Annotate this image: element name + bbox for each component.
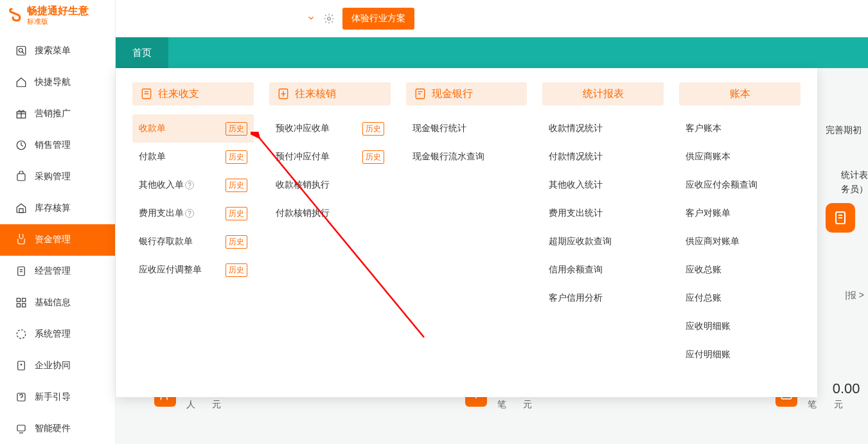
note-icon [15,360,27,371]
sidebar-item-label: 经营管理 [35,265,71,277]
topbar: 体验行业方案 [116,0,868,37]
svg-rect-8 [19,209,23,213]
mega-item-supplier-statement[interactable]: 供应商对账单 [679,227,801,256]
history-tag[interactable]: 历史 [362,122,384,136]
history-tag[interactable]: 历史 [226,235,247,249]
mega-item-credit-analysis[interactable]: 客户信用分析 [542,284,664,312]
sidebar-item-label: 基础信息 [35,297,71,308]
sidebar-item-collab[interactable]: 企业协同 [0,350,115,382]
floating-action-button[interactable] [826,203,855,233]
clipped-text-2[interactable]: |报 > [845,290,864,301]
mega-col-header: 往来核销 [269,82,391,105]
history-tag[interactable]: 历史 [226,122,247,136]
svg-rect-15 [22,304,26,307]
brand-logo-icon [8,8,23,23]
sidebar-item-label: 资金管理 [35,234,71,245]
mega-item-cashbank-flow[interactable]: 现金银行流水查询 [406,143,527,171]
history-tag[interactable]: 历史 [226,207,247,220]
mega-item-otherincome-stat[interactable]: 其他收入统计 [542,171,664,199]
gift-icon [15,108,27,120]
mega-item-bank-transfer[interactable]: 银行存取款单历史 [132,227,254,256]
mega-item-prereceive-offset[interactable]: 预收冲应收单历史 [269,114,391,143]
svg-rect-0 [17,46,26,55]
help-icon[interactable]: ? [185,209,194,218]
mega-item-expense[interactable]: 费用支出单?历史 [132,199,254,227]
svg-rect-13 [22,298,26,301]
mega-item-cashbank-stat[interactable]: 现金银行统计 [406,114,527,143]
sidebar-item-label: 快捷导航 [35,76,71,88]
sidebar-item-label: 搜索菜单 [35,45,71,57]
complete-initial-link[interactable]: 完善期初 [826,125,862,136]
brand-name: 畅捷通好生意 [27,5,89,17]
svg-rect-9 [18,267,25,276]
svg-rect-12 [17,298,20,301]
svg-line-2 [22,52,24,54]
history-tag[interactable]: 历史 [362,150,384,164]
mega-item-expense-stat[interactable]: 费用支出统计 [542,199,664,227]
mega-item-overdue-query[interactable]: 超期应收款查询 [542,227,664,256]
mega-item-other-income[interactable]: 其他收入单?历史 [132,171,254,199]
sidebar: 畅捷通好生意 标准版 搜索菜单 快捷导航 营销推广 销售管理 采购管理 库存核算… [0,0,116,444]
guide-icon [15,391,27,403]
warehouse-icon [15,202,27,214]
mega-item-customer-ledger[interactable]: 客户账本 [679,114,801,143]
mega-item-ap-detail[interactable]: 应付明细账 [679,341,801,369]
sidebar-item-search[interactable]: 搜索菜单 [0,35,115,67]
svg-point-16 [17,330,26,339]
mega-item-receipt-writeoff[interactable]: 收款核销执行 [269,171,391,199]
cart-icon [15,171,27,182]
mega-col-transactions: 往来收支 收款单历史 付款单历史 其他收入单?历史 费用支出单?历史 银行存取款… [125,82,261,383]
experience-button[interactable]: 体验行业方案 [342,8,414,30]
sidebar-item-purchase[interactable]: 采购管理 [0,161,115,193]
gear-icon[interactable] [323,13,335,24]
mega-item-supplier-ledger[interactable]: 供应商账本 [679,143,801,171]
sidebar-item-label: 新手引导 [35,391,71,403]
sidebar-item-operation[interactable]: 经营管理 [0,256,115,287]
mega-item-adjust[interactable]: 应收应付调整单历史 [132,256,254,284]
sidebar-item-label: 企业协同 [35,360,71,371]
history-tag[interactable]: 历史 [226,179,247,192]
mega-col-cashbank: 现金银行 现金银行统计 现金银行流水查询 [398,82,535,383]
grid-icon [15,297,27,308]
tabstrip: 首页 [116,37,868,68]
sidebar-item-inventory[interactable]: 库存核算 [0,193,115,224]
history-tag[interactable]: 历史 [226,150,247,164]
mega-col-reports: 统计报表 收款情况统计 付款情况统计 其他收入统计 费用支出统计 超期应收款查询… [535,82,671,383]
sidebar-item-quicknav[interactable]: 快捷导航 [0,67,115,98]
mega-col-header: 现金银行 [406,82,527,105]
svg-rect-17 [18,361,25,370]
sidebar-item-system[interactable]: 系统管理 [0,319,115,350]
sidebar-item-sales[interactable]: 销售管理 [0,130,115,161]
sales-icon [15,139,27,151]
mega-item-ap-general[interactable]: 应付总账 [679,284,801,312]
mega-item-payment-stat[interactable]: 付款情况统计 [542,143,664,171]
sidebar-item-hardware[interactable]: 智能硬件 [0,413,115,444]
clipped-text-1: 统计表 务员） [841,168,868,197]
sidebar-item-label: 系统管理 [35,328,71,340]
sidebar-item-label: 智能硬件 [35,423,71,434]
mega-item-receipt-stat[interactable]: 收款情况统计 [542,114,664,143]
mega-item-ar-detail[interactable]: 应收明细账 [679,312,801,341]
mega-item-customer-statement[interactable]: 客户对账单 [679,199,801,227]
mega-item-ar-ap-balance[interactable]: 应收应付余额查询 [679,171,801,199]
sidebar-item-marketing[interactable]: 营销推广 [0,98,115,130]
help-icon[interactable]: ? [185,181,194,190]
sidebar-item-guide[interactable]: 新手引导 [0,382,115,413]
mega-item-credit-balance[interactable]: 信用余额查询 [542,256,664,284]
mega-item-receipt[interactable]: 收款单历史 [132,114,254,143]
mega-col-ledger: 账本 客户账本 供应商账本 应收应付余额查询 客户对账单 供应商对账单 应收总账… [671,82,808,383]
tab-home[interactable]: 首页 [116,37,168,68]
search-icon [15,45,27,57]
mega-col-header: 往来收支 [132,82,254,105]
org-selector[interactable] [128,8,299,30]
mega-item-prepay-offset[interactable]: 预付冲应付单历史 [269,143,391,171]
sidebar-item-label: 销售管理 [35,139,71,151]
mega-item-payment[interactable]: 付款单历史 [132,143,254,171]
chevron-down-icon[interactable] [306,13,315,24]
sidebar-item-funds[interactable]: 资金管理 [0,224,115,256]
logo-block: 畅捷通好生意 标准版 [0,0,115,31]
sidebar-item-basic[interactable]: 基础信息 [0,287,115,319]
mega-item-payment-writeoff[interactable]: 付款核销执行 [269,199,391,227]
mega-item-ar-general[interactable]: 应收总账 [679,256,801,284]
history-tag[interactable]: 历史 [226,263,247,277]
